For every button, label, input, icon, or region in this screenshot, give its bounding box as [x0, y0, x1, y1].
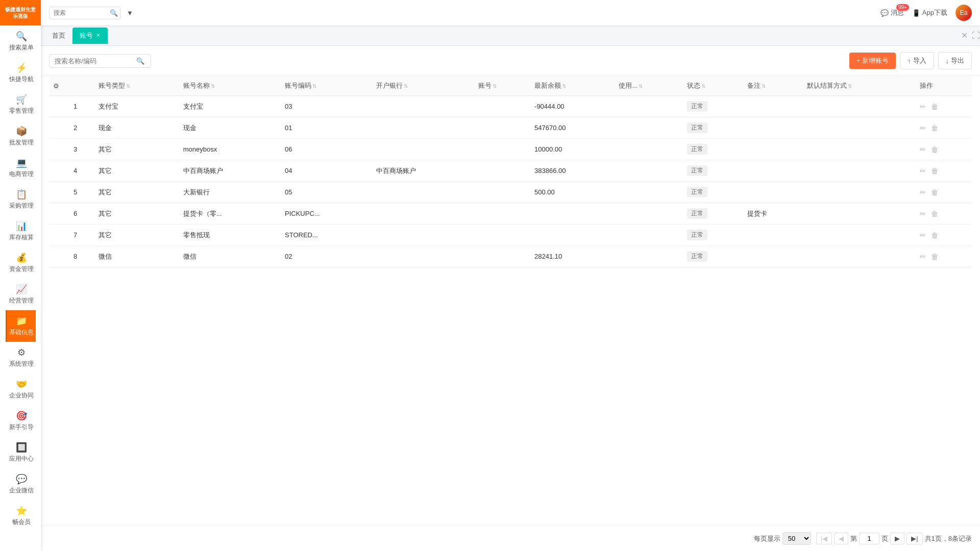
tab-account-close-icon[interactable]: ✕ — [96, 32, 101, 39]
cell-balance — [530, 203, 615, 224]
user-avatar[interactable]: Ea — [955, 5, 972, 21]
col-status[interactable]: 状态⇅ — [683, 76, 744, 96]
col-name[interactable]: 账号名称⇅ — [179, 76, 281, 96]
sidebar-item-wecom[interactable]: 💬企业微信 — [6, 468, 36, 500]
sidebar-item-guide[interactable]: 🎯新手引导 — [6, 405, 36, 437]
sidebar-item-inventory[interactable]: 📊库存核算 — [6, 215, 36, 247]
sidebar-item-search-menu[interactable]: 🔍搜索菜单 — [6, 26, 36, 57]
cell-settings — [49, 224, 69, 246]
cell-type: 微信 — [94, 246, 179, 267]
sidebar-item-purchase[interactable]: 📋采购管理 — [6, 184, 36, 215]
sidebar-item-wholesale[interactable]: 📦批发管理 — [6, 120, 36, 152]
col-account[interactable]: 账号⇅ — [474, 76, 530, 96]
cell-default-payment — [803, 224, 916, 246]
import-button[interactable]: ↑ 导入 — [900, 52, 934, 69]
edit-icon[interactable]: ✏ — [920, 253, 926, 261]
export-label: 导出 — [951, 56, 964, 65]
col-settings[interactable]: ⚙ — [49, 76, 69, 96]
app-download-button[interactable]: 📱 App下载 — [912, 8, 947, 17]
header-search-icon[interactable]: 🔍 — [110, 9, 118, 17]
last-page-button[interactable]: ▶| — [906, 533, 922, 544]
account-table-wrap: ⚙ 账号类型⇅ 账号名称⇅ 账号编码⇅ 开户银行⇅ 账号⇅ 最新余额⇅ 使用..… — [41, 76, 980, 525]
tab-home[interactable]: 首页 — [45, 28, 72, 44]
sidebar-label-wholesale: 批发管理 — [9, 138, 34, 147]
sidebar-item-enterprise[interactable]: 🤝企业协同 — [6, 373, 36, 405]
messages-button[interactable]: 💬 消息 99+ — [880, 8, 904, 17]
delete-icon[interactable]: 🗑 — [931, 103, 938, 111]
cell-status: 正常 — [683, 139, 744, 160]
cell-settings — [49, 117, 69, 139]
delete-icon[interactable]: 🗑 — [931, 124, 938, 132]
edit-icon[interactable]: ✏ — [920, 231, 926, 239]
header-search-box[interactable]: 🔍 — [49, 7, 120, 19]
window-maximize-icon[interactable]: ⛶ — [972, 31, 980, 40]
cell-default-payment — [803, 182, 916, 203]
table-search-icon[interactable]: 🔍 — [136, 57, 144, 65]
col-bank[interactable]: 开户银行⇅ — [372, 76, 474, 96]
cell-remark — [743, 224, 803, 246]
col-remark[interactable]: 备注⇅ — [743, 76, 803, 96]
sidebar-label-basic-info: 基础信息 — [9, 328, 34, 337]
col-balance[interactable]: 最新余额⇅ — [530, 76, 615, 96]
table-row: 5 其它 大新银行 05 500.00 正常 ✏ 🗑 — [49, 182, 972, 203]
cell-account — [474, 224, 530, 246]
col-default-payment[interactable]: 默认结算方式⇅ — [803, 76, 916, 96]
tab-account-label: 账号 — [80, 31, 93, 40]
col-usage[interactable]: 使用...⇅ — [615, 76, 682, 96]
sidebar-item-ecommerce[interactable]: 💻电商管理 — [6, 152, 36, 184]
sidebar: 畅捷通财生意 乐遥版 🔍搜索菜单⚡快捷导航🛒零售管理📦批发管理💻电商管理📋采购管… — [0, 0, 41, 551]
sidebar-item-retail[interactable]: 🛒零售管理 — [6, 89, 36, 120]
page-number-input[interactable] — [859, 533, 879, 544]
edit-icon[interactable]: ✏ — [920, 210, 926, 218]
window-close-icon[interactable]: ✕ — [961, 31, 968, 40]
delete-icon[interactable]: 🗑 — [931, 188, 938, 196]
cell-account — [474, 203, 530, 224]
delete-icon[interactable]: 🗑 — [931, 167, 938, 175]
sidebar-item-vip[interactable]: ⭐畅会员 — [6, 500, 36, 532]
sidebar-item-operations[interactable]: 📈经营管理 — [6, 279, 36, 310]
top-header: 🔍 ▼ 💬 消息 99+ 📱 App下载 Ea — [41, 0, 980, 26]
table-row: 6 其它 提货卡（零... PICKUPC... 正常 提货卡 ✏ 🗑 — [49, 203, 972, 224]
edit-icon[interactable]: ✏ — [920, 103, 926, 111]
page-size-dropdown[interactable]: 50 100 — [782, 532, 811, 545]
next-page-button[interactable]: ▶ — [890, 533, 904, 544]
header-dropdown[interactable]: ▼ — [127, 9, 133, 17]
add-account-button[interactable]: + 新增账号 — [849, 53, 896, 69]
inventory-icon: 📊 — [16, 220, 27, 232]
sidebar-item-app-center[interactable]: 🔲应用中心 — [6, 437, 36, 468]
delete-icon[interactable]: 🗑 — [931, 253, 938, 261]
tab-account[interactable]: 账号 ✕ — [72, 28, 108, 44]
delete-icon[interactable]: 🗑 — [931, 231, 938, 239]
export-button[interactable]: ↓ 导出 — [938, 52, 972, 69]
edit-icon[interactable]: ✏ — [920, 188, 926, 196]
cell-code: PICKUPC... — [281, 203, 372, 224]
add-account-label: + 新增账号 — [856, 56, 889, 65]
header-search-input[interactable] — [54, 9, 110, 16]
table-row: 2 现金 现金 01 547670.00 正常 ✏ 🗑 — [49, 117, 972, 139]
cell-default-payment — [803, 160, 916, 182]
col-action: 操作 — [916, 76, 972, 96]
first-page-button[interactable]: |◀ — [816, 533, 832, 544]
cell-status: 正常 — [683, 246, 744, 267]
operations-icon: 📈 — [16, 284, 27, 295]
table-search-box[interactable]: 🔍 — [49, 54, 151, 68]
sidebar-item-system[interactable]: ⚙系统管理 — [6, 342, 36, 373]
col-type[interactable]: 账号类型⇅ — [94, 76, 179, 96]
edit-icon[interactable]: ✏ — [920, 145, 926, 154]
cell-status: 正常 — [683, 203, 744, 224]
delete-icon[interactable]: 🗑 — [931, 145, 938, 154]
sidebar-item-finance[interactable]: 💰资金管理 — [6, 247, 36, 279]
table-search-input[interactable] — [55, 57, 136, 65]
prev-page-button[interactable]: ◀ — [834, 533, 848, 544]
cell-usage — [615, 160, 682, 182]
per-page-label: 每页显示 — [754, 534, 780, 543]
edit-icon[interactable]: ✏ — [920, 167, 926, 175]
edit-icon[interactable]: ✏ — [920, 124, 926, 132]
cell-action: ✏ 🗑 — [916, 160, 972, 182]
col-code[interactable]: 账号编码⇅ — [281, 76, 372, 96]
sidebar-item-basic-info[interactable]: 📁基础信息 — [6, 310, 36, 342]
header-left: 🔍 ▼ — [49, 7, 133, 19]
delete-icon[interactable]: 🗑 — [931, 210, 938, 218]
cell-action: ✏ 🗑 — [916, 224, 972, 246]
sidebar-item-quick-nav[interactable]: ⚡快捷导航 — [6, 57, 36, 89]
